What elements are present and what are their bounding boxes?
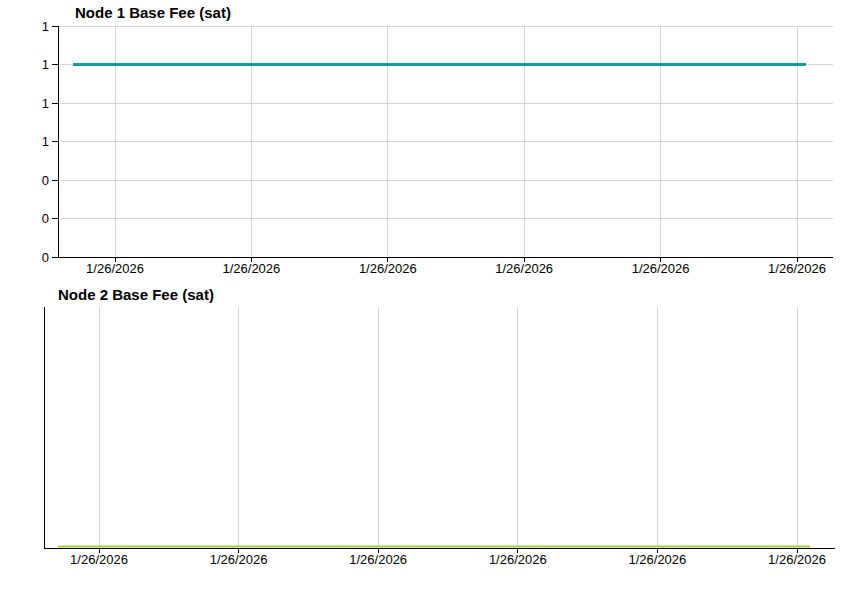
y-tick-label: 1 [42,19,49,34]
x-tick-label: 1/26/2026 [628,552,686,567]
x-tick-label: 1/26/2026 [222,261,280,276]
x-tick-label: 1/26/2026 [632,261,690,276]
x-tick-label: 1/26/2026 [210,552,268,567]
x-tick-label: 1/26/2026 [70,552,128,567]
y-tick-label: 0 [42,173,49,188]
y-tick-label: 0 [42,250,49,265]
y-tick-label: 1 [42,96,49,111]
x-tick-label: 1/26/2026 [359,261,417,276]
x-tick-label: 1/26/2026 [349,552,407,567]
x-tick-label: 1/26/2026 [86,261,144,276]
x-tick-label: 1/26/2026 [768,261,826,276]
x-tick-label: 1/26/2026 [768,552,826,567]
y-tick-label: 1 [42,134,49,149]
x-tick-label: 1/26/2026 [489,552,547,567]
charts-canvas: 11110001/26/20261/26/20261/26/20261/26/2… [0,0,860,600]
x-tick-label: 1/26/2026 [495,261,553,276]
y-tick-label: 0 [42,211,49,226]
y-tick-label: 1 [42,57,49,72]
charts-panel: Node 1 Base Fee (sat) Node 2 Base Fee (s… [0,0,860,600]
